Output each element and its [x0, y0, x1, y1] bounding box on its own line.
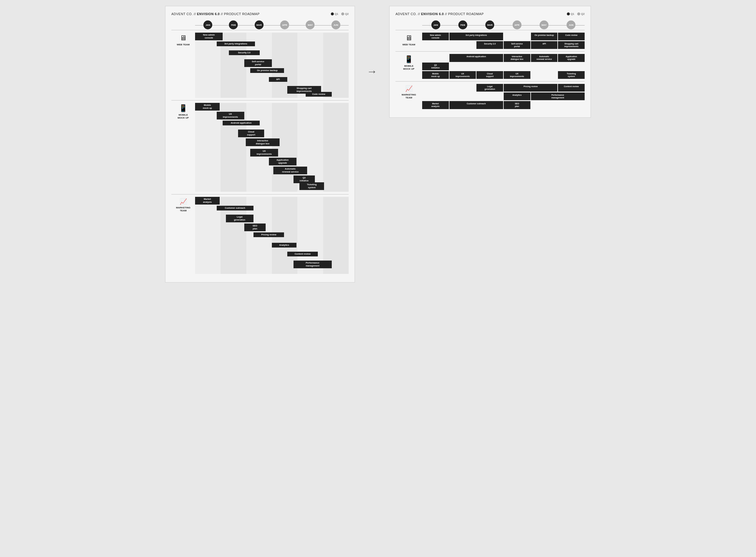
compact-task-market: Marketanalysis: [422, 101, 449, 109]
marketing-team-tasks: Marketanalysis Customer outreach Legalge…: [195, 197, 349, 274]
compact-task-3rd-party: 3rd party integrations: [449, 33, 503, 40]
compact-title-normal: ADVENT CO. //: [396, 12, 421, 16]
month-feb: FEB: [221, 21, 246, 29]
marketing-team-section: 📈 MARKETINGTEAM Marketanalysis Customer …: [171, 194, 349, 276]
compact-legend-q1: Q1: [567, 12, 574, 16]
task-3rd-party: 3rd party integrations: [217, 41, 255, 46]
compact-mkt-row2: Analytics Performancemanagement: [422, 92, 585, 100]
compact-mobile-name: MOBILEMOCK UP: [403, 65, 414, 70]
arrow-wrapper: →: [367, 6, 377, 78]
task-performance-mgmt: Performancemanagement: [293, 261, 332, 268]
task-analytics: Analytics: [272, 243, 296, 247]
compact-task-android: Android application: [449, 54, 503, 62]
title-suffix: // PRODUCT ROADMAP: [220, 12, 260, 16]
compact-month-circle-apr: APR: [513, 21, 522, 29]
compact-task-q3: Q3initiative: [422, 63, 449, 70]
compact-month-may: MAY: [530, 21, 557, 29]
month-jan: JAN: [195, 21, 221, 29]
compact-timeline-months: JAN FEB MAR APR MAY JUN: [422, 21, 585, 29]
compact-title-suffix: // PRODUCT ROADMAP: [444, 12, 484, 16]
compact-mobile-tasks: Android application Interactivedialogue …: [422, 54, 585, 79]
month-may: MAY: [297, 21, 323, 29]
task-customer-outreach: Customer outreach: [217, 206, 254, 210]
page-wrapper: ADVENT CO. // ENVISION 6.0 // PRODUCT RO…: [165, 6, 591, 283]
compact-task-perf-mgmt: Performancemanagement: [531, 92, 585, 100]
compact-web-row2: Security 2.0 Self-serviceportal API Shop…: [422, 41, 585, 49]
compact-legend-q2: Q2: [577, 12, 585, 16]
compact-spacer-1: [504, 33, 530, 40]
compact-spacer-3: [449, 41, 476, 49]
title-bold: ENVISION 6.0: [197, 12, 220, 16]
task-cloud-support: Cloudsupport: [238, 129, 264, 137]
right-compact-panel: ADVENT CO. // ENVISION 6.0 // PRODUCT RO…: [389, 6, 591, 118]
q2-label: Q2: [345, 12, 349, 16]
task-interactive-dialogue: Interactivedialogue box: [246, 139, 280, 146]
month-jun: JUN: [323, 21, 349, 29]
compact-web-row1: New adminconsole 3rd party integrations …: [422, 33, 585, 40]
compact-m-spacer-1: [422, 54, 449, 62]
col-bg-mar2: [246, 103, 272, 192]
task-ux-improvements-1: UXimprovements: [217, 112, 244, 119]
task-self-service: Self-serviceportal: [244, 59, 272, 67]
compact-task-customer-outreach: Customer outreach: [449, 101, 503, 109]
mobile-team-tasks: Mobilemock up UXimprovements Android app…: [195, 103, 349, 192]
task-android-app: Android application: [223, 121, 259, 125]
compact-q2-dot: [577, 12, 580, 16]
web-team-section: 🖥 WEB TEAM New adminconsole 3rd party in…: [171, 30, 349, 100]
task-seo-plan: SEOplan: [244, 224, 266, 231]
compact-month-circle-may: MAY: [540, 21, 549, 29]
compact-spacer-2: [422, 41, 449, 49]
mobile-team-section: 📱 MOBILEMOCK UP Mobilemock up UXimprovem…: [171, 100, 349, 194]
web-team-name: WEB TEAM: [177, 43, 190, 46]
task-content-review: Content review: [287, 252, 318, 257]
compact-marketing-label: 📈 MARKETINGTEAM: [396, 84, 422, 109]
task-api: API: [269, 77, 287, 82]
legend-q2: Q2: [341, 12, 349, 16]
compact-task-ux-1: UXimprovements: [449, 71, 476, 79]
chart-title: ADVENT CO. // ENVISION 6.0 // PRODUCT RO…: [171, 12, 260, 16]
q1-dot: [331, 12, 334, 16]
marketing-team-label: 📈 MARKETINGTEAM: [171, 197, 195, 274]
compact-mkt-sp1: [422, 84, 449, 92]
chart-header: ADVENT CO. // ENVISION 6.0 // PRODUCT RO…: [171, 12, 349, 16]
compact-mobile-row2: Mobilemock up UXimprovements Cloudsuppor…: [422, 71, 585, 79]
compact-month-feb: FEB: [449, 21, 476, 29]
compact-month-jan: JAN: [422, 21, 449, 29]
compact-mkt-sp3: [422, 92, 449, 100]
timeline-row: JAN FEB MAR APR MAY JUN: [171, 21, 349, 29]
compact-task-analytics: Analytics: [504, 92, 530, 100]
col-bg-jun2: [323, 103, 349, 192]
compact-marketing-icon: 📈: [405, 85, 413, 92]
marketing-team-name: MARKETINGTEAM: [176, 206, 190, 212]
compact-mkt-row1: Legalgeneration Pricing review Content r…: [422, 84, 585, 92]
left-chart-panel: ADVENT CO. // ENVISION 6.0 // PRODUCT RO…: [165, 6, 355, 283]
task-pricing-review: Pricing review: [254, 232, 284, 237]
compact-mkt-row3: Marketanalysis Customer outreach SEOplan: [422, 101, 585, 109]
compact-task-shopping-cart: Shopping cartimprovements: [558, 41, 585, 49]
compact-mobile-label: 📱 MOBILEMOCK UP: [396, 54, 422, 79]
month-circle-may: MAY: [306, 21, 315, 29]
compact-month-jun: JUN: [558, 21, 585, 29]
compact-task-ticketing: Ticketingsystem: [558, 71, 585, 79]
compact-month-circle-jan: JAN: [431, 21, 440, 29]
compact-legend: Q1 Q2: [567, 12, 585, 16]
compact-task-auto-renewal: Automaticrenewal service: [531, 54, 558, 62]
compact-m-spacer-2: [531, 71, 558, 79]
month-circle-jan: JAN: [203, 21, 212, 29]
q2-dot: [341, 12, 344, 16]
compact-task-self-service: Self-serviceportal: [504, 41, 530, 49]
month-circle-jun: JUN: [331, 21, 340, 29]
compact-mobile-row1: Android application Interactivedialogue …: [422, 54, 585, 70]
compact-month-circle-feb: FEB: [458, 21, 467, 29]
compact-task-interactive: Interactivedialogue box: [504, 54, 530, 62]
compact-task-new-admin: New adminconsole: [422, 33, 449, 40]
compact-marketing-team: 📈 MARKETINGTEAM Legalgeneration Pricing …: [396, 81, 585, 112]
compact-month-apr: APR: [503, 21, 530, 29]
task-security: Security 2.0: [229, 50, 260, 55]
q1-label: Q1: [335, 12, 338, 16]
compact-task-ux-2: UXimprovements: [504, 71, 530, 79]
task-application-upgrade: Applicationupgrade: [269, 158, 296, 166]
compact-mkt-sp6: [531, 101, 558, 109]
web-team-label: 🖥 WEB TEAM: [171, 33, 195, 98]
legend: Q1 Q2: [331, 12, 349, 16]
